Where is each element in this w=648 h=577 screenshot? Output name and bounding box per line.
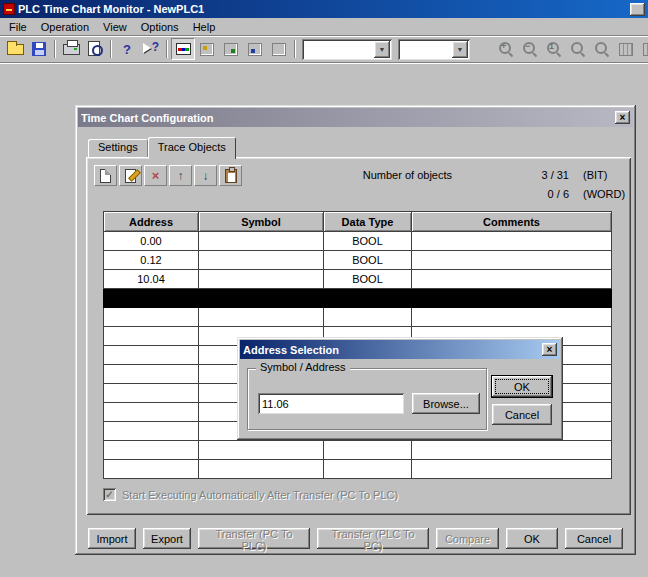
zoom-fit-button[interactable] bbox=[566, 38, 590, 60]
auto-execute-checkbox[interactable]: ✓ bbox=[103, 488, 116, 501]
save-button[interactable] bbox=[27, 38, 51, 60]
cell-comments[interactable] bbox=[412, 251, 612, 270]
open-button[interactable] bbox=[3, 38, 27, 60]
empty-cell[interactable] bbox=[412, 308, 612, 327]
empty-cell[interactable] bbox=[104, 308, 199, 327]
monitor-button[interactable] bbox=[171, 38, 195, 60]
cell-address[interactable]: 0.00 bbox=[104, 232, 199, 251]
zoom-actual-button[interactable]: 1 bbox=[542, 38, 566, 60]
cell-symbol[interactable] bbox=[199, 251, 324, 270]
ok-button[interactable]: OK bbox=[506, 528, 558, 549]
menu-file[interactable]: File bbox=[2, 19, 34, 35]
empty-cell[interactable] bbox=[104, 422, 199, 441]
empty-cell[interactable] bbox=[104, 327, 199, 346]
time-scale-combobox[interactable]: ▼ bbox=[398, 39, 470, 60]
empty-cell[interactable] bbox=[199, 308, 324, 327]
address-input[interactable] bbox=[258, 393, 404, 414]
search-button[interactable] bbox=[590, 38, 614, 60]
cell-symbol[interactable] bbox=[199, 232, 324, 251]
cell-address[interactable]: 10.04 bbox=[104, 270, 199, 289]
close-icon[interactable]: × bbox=[542, 343, 557, 356]
zoom-out-button[interactable]: − bbox=[518, 38, 542, 60]
empty-cell[interactable] bbox=[412, 441, 612, 460]
col-header-address[interactable]: Address bbox=[104, 212, 199, 232]
symbol-address-group-label: Symbol / Address bbox=[256, 361, 350, 373]
move-up-button[interactable]: ↑ bbox=[169, 165, 192, 186]
cell-data_type[interactable]: BOOL bbox=[324, 251, 412, 270]
empty-cell[interactable] bbox=[324, 308, 412, 327]
cell-comments[interactable] bbox=[412, 270, 612, 289]
menu-options[interactable]: Options bbox=[134, 19, 186, 35]
bit-count: 3 / 31 bbox=[514, 166, 569, 185]
help-button[interactable]: ? bbox=[115, 38, 139, 60]
edit-object-button[interactable] bbox=[119, 165, 142, 186]
run-button[interactable] bbox=[195, 38, 219, 60]
pause-button[interactable] bbox=[219, 38, 243, 60]
empty-row[interactable] bbox=[104, 460, 612, 479]
cell-data_type[interactable]: BOOL bbox=[324, 232, 412, 251]
empty-row[interactable] bbox=[104, 441, 612, 460]
cell-data_type[interactable]: BOOL bbox=[324, 270, 412, 289]
config-dialog-titlebar[interactable]: Time Chart Configuration × bbox=[78, 108, 633, 127]
empty-cell[interactable] bbox=[104, 441, 199, 460]
empty-cell[interactable] bbox=[199, 441, 324, 460]
grid-icon bbox=[619, 43, 633, 56]
selected-cell[interactable] bbox=[199, 289, 324, 308]
stop-button[interactable] bbox=[243, 38, 267, 60]
trace-target-combobox[interactable]: ▼ bbox=[302, 39, 392, 60]
print-preview-button[interactable] bbox=[83, 38, 107, 60]
empty-cell[interactable] bbox=[104, 403, 199, 422]
table-row[interactable]: 0.12BOOL bbox=[104, 251, 612, 270]
address-dialog-body: Symbol / Address Browse... OK Cancel bbox=[240, 359, 560, 437]
cell-comments[interactable] bbox=[412, 232, 612, 251]
grid-settings-button[interactable] bbox=[638, 38, 648, 60]
new-object-button[interactable] bbox=[94, 165, 117, 186]
empty-cell[interactable] bbox=[412, 460, 612, 479]
address-cancel-button[interactable]: Cancel bbox=[492, 404, 552, 425]
close-icon[interactable]: × bbox=[615, 111, 630, 124]
zoom-in-button[interactable]: + bbox=[494, 38, 518, 60]
empty-cell[interactable] bbox=[199, 460, 324, 479]
context-help-button[interactable]: ? bbox=[139, 38, 163, 60]
paste-object-button[interactable] bbox=[219, 165, 242, 186]
col-header-comments[interactable]: Comments bbox=[412, 212, 612, 232]
export-button[interactable]: Export bbox=[143, 528, 191, 549]
empty-cell[interactable] bbox=[324, 460, 412, 479]
cell-address[interactable]: 0.12 bbox=[104, 251, 199, 270]
col-header-symbol[interactable]: Symbol bbox=[199, 212, 324, 232]
menu-view[interactable]: View bbox=[96, 19, 134, 35]
grid-button[interactable] bbox=[614, 38, 638, 60]
address-ok-button[interactable]: OK bbox=[492, 376, 552, 397]
clear-button[interactable] bbox=[267, 38, 291, 60]
chevron-down-icon[interactable]: ▼ bbox=[452, 41, 468, 58]
move-down-button[interactable]: ↓ bbox=[194, 165, 217, 186]
delete-object-button[interactable]: × bbox=[144, 165, 167, 186]
empty-row[interactable] bbox=[104, 308, 612, 327]
table-row[interactable]: 0.00BOOL bbox=[104, 232, 612, 251]
selected-empty-row[interactable] bbox=[104, 289, 612, 308]
selected-cell[interactable] bbox=[104, 289, 199, 308]
tab-trace-objects[interactable]: Trace Objects bbox=[148, 137, 236, 159]
tab-settings[interactable]: Settings bbox=[88, 139, 148, 157]
empty-cell[interactable] bbox=[104, 460, 199, 479]
table-row[interactable]: 10.04BOOL bbox=[104, 270, 612, 289]
address-dialog-titlebar[interactable]: Address Selection × bbox=[240, 340, 560, 359]
selected-cell[interactable] bbox=[324, 289, 412, 308]
selected-cell[interactable] bbox=[412, 289, 612, 308]
empty-cell[interactable] bbox=[104, 346, 199, 365]
empty-cell[interactable] bbox=[104, 365, 199, 384]
caption-button-partial[interactable] bbox=[630, 3, 645, 16]
cell-symbol[interactable] bbox=[199, 270, 324, 289]
menu-operation[interactable]: Operation bbox=[34, 19, 96, 35]
window-titlebar[interactable]: PLC Time Chart Monitor - NewPLC1 bbox=[0, 0, 648, 18]
cancel-button[interactable]: Cancel bbox=[565, 528, 623, 549]
chevron-down-icon[interactable]: ▼ bbox=[374, 41, 390, 58]
col-header-datatype[interactable]: Data Type bbox=[324, 212, 412, 232]
browse-button[interactable]: Browse... bbox=[412, 393, 480, 414]
menu-help[interactable]: Help bbox=[186, 19, 223, 35]
import-button[interactable]: Import bbox=[88, 528, 136, 549]
print-button[interactable] bbox=[59, 38, 83, 60]
transfer-plc-to-pc-button: Transfer (PLC To PC) bbox=[317, 528, 429, 549]
empty-cell[interactable] bbox=[324, 441, 412, 460]
empty-cell[interactable] bbox=[104, 384, 199, 403]
